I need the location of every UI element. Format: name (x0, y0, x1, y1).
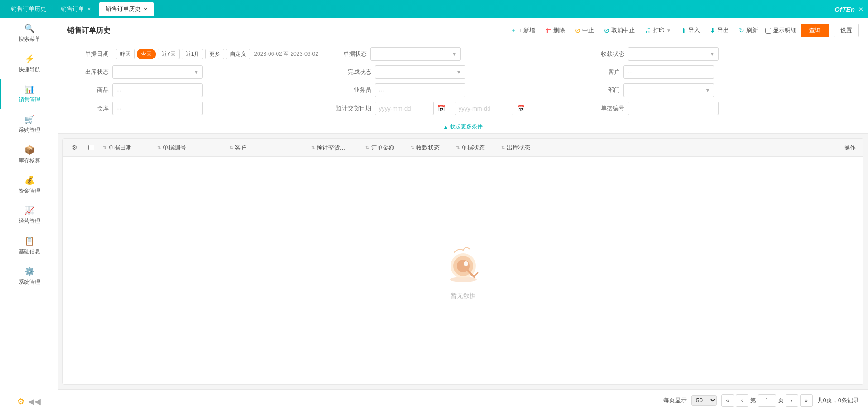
customer-input[interactable]: ··· (623, 65, 714, 79)
delivery-start-cal-icon[interactable]: 📅 (437, 105, 445, 112)
refresh-button[interactable]: ↻ 刷新 (736, 24, 761, 36)
date-btn-custom[interactable]: 自定义 (226, 49, 250, 59)
sort-delivery-icon: ⇅ (311, 145, 315, 150)
page-total-text: 共0页，0条记录 (817, 396, 859, 405)
print-label: 打印 (653, 26, 665, 34)
date-btn-today[interactable]: 今天 (137, 49, 156, 59)
page-header: 销售订单历史 ＋ + 新增 🗑 删除 ⊘ 中止 ⊘ (58, 18, 868, 134)
prev-page-button[interactable]: ‹ (736, 394, 748, 407)
display-detail-checkbox-group: 显示明细 (765, 26, 796, 34)
delivery-date-control: yyyy-mm-dd 📅 — yyyy-mm-dd 📅 (375, 102, 597, 115)
sort-no-icon: ⇅ (157, 145, 161, 150)
complete-status-select[interactable]: ▼ (375, 65, 465, 79)
sidebar-item-operations[interactable]: 📈 经营管理 (0, 200, 58, 231)
collapse-button[interactable]: ▲ 收起更多条件 (76, 120, 850, 133)
delivery-end-input[interactable]: yyyy-mm-dd (455, 102, 513, 115)
th-date[interactable]: ⇅ 单据日期 (99, 144, 153, 152)
export-button[interactable]: ⬇ 导出 (707, 24, 732, 36)
tab-sales-order-history[interactable]: 销售订单历史 ✕ (99, 2, 154, 16)
tab-sales-order-history-label: 销售订单历史 (106, 5, 141, 13)
sidebar-item-sys-mgmt[interactable]: ⚙️ 系统管理 (0, 261, 58, 291)
product-control: ··· (112, 83, 339, 97)
new-button[interactable]: ＋ + 新增 (508, 24, 538, 36)
stop-button[interactable]: ⊘ 中止 (572, 24, 597, 36)
sidebar-item-base-info[interactable]: 📋 基础信息 (0, 231, 58, 261)
empty-state: 暂无数据 (63, 157, 863, 384)
th-customer[interactable]: ⇅ 客户 (226, 144, 307, 152)
th-checkbox[interactable] (83, 145, 99, 150)
warehouse-status-label: 出库状态 (76, 68, 112, 76)
page-title: 销售订单历史 (67, 26, 110, 35)
collapse-arrow-icon: ▲ (443, 124, 449, 130)
bill-status-select[interactable]: ▼ (370, 47, 461, 61)
delivery-date-label: 预计交货日期 (334, 104, 375, 112)
warehouse-status-select[interactable]: ▼ (112, 65, 203, 79)
department-select[interactable]: ▼ (623, 83, 714, 97)
import-button[interactable]: ⬆ 导入 (678, 24, 703, 36)
th-delivery[interactable]: ⇅ 预计交货... (307, 144, 362, 152)
delete-button[interactable]: 🗑 删除 (542, 24, 568, 36)
salesperson-label: 业务员 (339, 86, 375, 94)
payment-status-arrow-icon: ▼ (710, 51, 715, 57)
print-button[interactable]: 🖨 打印 ▼ (642, 24, 674, 36)
delivery-start-input[interactable]: yyyy-mm-dd (375, 102, 434, 115)
date-btn-1month[interactable]: 近1月 (182, 49, 204, 59)
sidebar-item-quick-nav[interactable]: ⚡ 快捷导航 (0, 48, 58, 79)
sidebar-item-purchase[interactable]: 🛒 采购管理 (0, 109, 58, 140)
th-warehouse-status[interactable]: ⇅ 出库状态 (498, 144, 543, 152)
page-word-after: 页 (778, 396, 784, 405)
salesperson-input[interactable]: ··· (375, 83, 465, 97)
warehouse-status-control: ▼ (112, 65, 339, 79)
settings-icon: ⚙ (72, 144, 77, 151)
setting-button[interactable]: 设置 (834, 24, 859, 37)
sidebar-settings-icon[interactable]: ⚙ (17, 396, 24, 406)
th-settings[interactable]: ⚙ (67, 144, 83, 151)
warehouse-status-arrow-icon: ▼ (194, 69, 199, 75)
tab-sales-order-history-close[interactable]: ✕ (144, 6, 148, 12)
delete-label: 删除 (553, 26, 565, 34)
first-page-button[interactable]: « (721, 394, 734, 407)
sidebar-item-sales[interactable]: 📊 销售管理 (0, 79, 58, 109)
th-date-label: 单据日期 (108, 144, 132, 152)
date-range-display: 2023-06-02 至 2023-06-02 (254, 50, 318, 58)
date-btn-yesterday[interactable]: 昨天 (116, 49, 135, 59)
next-page-button[interactable]: › (786, 394, 798, 407)
th-no[interactable]: ⇅ 单据编号 (153, 144, 226, 152)
filter-row-3: 商品 ··· 业务员 ··· 部门 (76, 83, 850, 97)
payment-status-select[interactable]: ▼ (628, 47, 719, 61)
refresh-icon: ↻ (739, 27, 744, 34)
sidebar-item-search[interactable]: 🔍 搜索菜单 (0, 18, 58, 48)
warehouse-input[interactable]: ··· (112, 102, 203, 115)
tab-sales-order-close[interactable]: ✕ (87, 6, 91, 12)
th-amount[interactable]: ⇅ 订单金额 (362, 144, 407, 152)
last-page-button[interactable]: » (800, 394, 813, 407)
tab-home[interactable]: 销售订单历史 (5, 2, 53, 16)
th-bill-status[interactable]: ⇅ 单据状态 (452, 144, 498, 152)
sort-warehouse-icon: ⇅ (501, 145, 505, 150)
page-size-select[interactable]: 10 20 50 100 (691, 395, 717, 406)
sidebar-item-operations-label: 经营管理 (19, 218, 40, 225)
sidebar-item-finance[interactable]: 💰 资金管理 (0, 170, 58, 200)
cancel-stop-button[interactable]: ⊘ 取消中止 (601, 24, 638, 36)
sidebar-item-inventory[interactable]: 📦 库存核算 (0, 140, 58, 170)
display-detail-checkbox[interactable] (765, 28, 771, 34)
brand-label: OfTEn (834, 5, 855, 13)
product-input[interactable]: ··· (112, 83, 203, 97)
empty-illustration (441, 241, 486, 286)
delivery-end-cal-icon[interactable]: 📅 (517, 105, 525, 112)
content-area: 销售订单历史 ＋ + 新增 🗑 删除 ⊘ 中止 ⊘ (58, 18, 868, 411)
display-detail-label: 显示明细 (773, 26, 796, 34)
th-payment-status[interactable]: ⇅ 收款状态 (407, 144, 452, 152)
tab-sales-order[interactable]: 销售订单 ✕ (54, 2, 97, 16)
delivery-start-placeholder: yyyy-mm-dd (379, 105, 411, 112)
bill-no-input[interactable] (628, 102, 719, 115)
query-button[interactable]: 查询 (801, 24, 829, 37)
bill-no-label: 单据编号 (596, 104, 628, 112)
select-all-checkbox[interactable] (88, 145, 94, 150)
date-btn-more[interactable]: 更多 (205, 49, 224, 59)
sidebar-item-search-label: 搜索菜单 (19, 35, 40, 43)
window-close-btn[interactable]: ✕ (858, 6, 863, 13)
date-btn-7days[interactable]: 近7天 (158, 49, 180, 59)
page-number-input[interactable] (758, 394, 776, 407)
sidebar-collapse-icon[interactable]: ◀◀ (28, 396, 41, 406)
